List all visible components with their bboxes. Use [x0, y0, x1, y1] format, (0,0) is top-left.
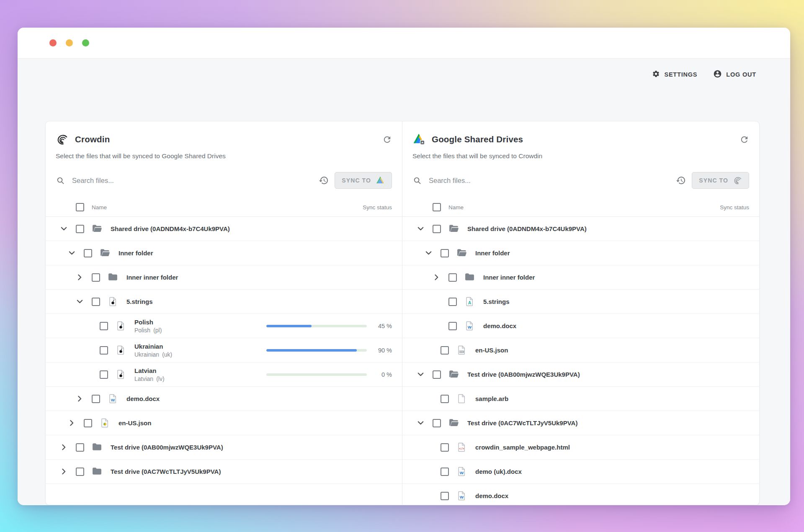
tree-row: Test drive (0AB00mjwzWQE3Uk9PVA): [402, 362, 759, 387]
search-icon: [56, 176, 65, 185]
row-name: Test drive (0AB00mjwzWQE3Uk9PVA): [467, 371, 580, 378]
collapse-toggle[interactable]: [424, 249, 433, 257]
expand-toggle[interactable]: [75, 273, 84, 282]
row-checkbox[interactable]: [92, 395, 100, 403]
sync-to-button[interactable]: SYNC TO: [335, 172, 392, 189]
collapse-toggle[interactable]: [59, 224, 68, 233]
chevron-down-icon: [416, 419, 425, 427]
row-checkbox[interactable]: [76, 443, 84, 452]
expand-toggle[interactable]: [67, 419, 76, 427]
sync-status-cell: 0 %: [266, 371, 392, 378]
collapse-toggle[interactable]: [416, 370, 425, 379]
table-header: Name Sync status: [402, 198, 759, 217]
file-tree: Shared drive (0ADNDM4x-b7C4Uk9PVA) Inner…: [46, 217, 402, 484]
zoom-window-button[interactable]: [82, 39, 89, 46]
column-header-name: Name: [448, 204, 464, 211]
row-checkbox[interactable]: [441, 468, 449, 476]
sync-history-button[interactable]: [676, 175, 686, 185]
search-input[interactable]: [428, 176, 676, 185]
sync-progress-value: 0 %: [373, 371, 392, 378]
tree-row: PolishPolish(pl) 45 %: [46, 314, 402, 338]
panel-subtitle: Select the files that will be synced to …: [402, 152, 759, 161]
row-checkbox[interactable]: [441, 395, 449, 403]
expand-toggle[interactable]: [59, 467, 68, 476]
row-checkbox[interactable]: [448, 322, 457, 330]
folder-open-icon: [92, 224, 102, 234]
row-checkbox[interactable]: [100, 370, 108, 379]
sync-progress-value: 90 %: [373, 347, 392, 354]
row-checkbox[interactable]: [448, 273, 457, 282]
chevron-down-icon: [416, 370, 425, 379]
settings-button[interactable]: SETTINGS: [652, 70, 697, 79]
row-checkbox[interactable]: [76, 468, 84, 476]
strings-file-icon: [108, 296, 118, 307]
row-checkbox[interactable]: [441, 492, 449, 500]
settings-label: SETTINGS: [664, 71, 697, 78]
close-window-button[interactable]: [49, 39, 57, 46]
tree-row: sample.arb: [402, 387, 759, 411]
select-all-checkbox[interactable]: [433, 203, 441, 211]
folder-open-icon: [456, 248, 467, 258]
row-name: demo.docx: [126, 395, 160, 402]
row-name: demo.docx: [483, 322, 516, 329]
row-checkbox[interactable]: [433, 225, 441, 233]
history-icon: [676, 175, 686, 185]
row-name: Test drive (0AC7WcTLTJyV5Uk9PVA): [467, 419, 577, 427]
row-checkbox[interactable]: [433, 419, 441, 427]
crowdin-logo: [56, 133, 68, 146]
search-input[interactable]: [71, 176, 319, 185]
row-checkbox[interactable]: [84, 419, 92, 427]
collapse-toggle[interactable]: [416, 224, 425, 233]
refresh-button[interactable]: [740, 135, 749, 144]
svg-text:W: W: [111, 398, 115, 402]
refresh-icon: [382, 135, 392, 144]
refresh-icon: [740, 135, 749, 144]
tree-row: UkrainianUkrainian(uk) 90 %: [46, 338, 402, 362]
chevron-right-icon: [59, 467, 68, 476]
row-checkbox[interactable]: [441, 443, 449, 452]
row-checkbox[interactable]: [92, 273, 100, 282]
expand-toggle[interactable]: [432, 273, 441, 282]
strings-file-icon: [116, 345, 126, 355]
svg-text:JSON: JSON: [460, 351, 464, 353]
row-name: crowdin_sample_webpage.html: [475, 444, 570, 451]
sync-history-button[interactable]: [319, 175, 329, 185]
crowdin-logo: [733, 176, 742, 185]
app-window: SETTINGS LOG OUT Crowdin Select the file…: [18, 28, 790, 505]
tree-row: JSON en-US.json: [402, 338, 759, 362]
row-checkbox[interactable]: [448, 298, 457, 306]
folder-open-icon: [448, 369, 459, 380]
panel-header: Google Shared Drives: [402, 121, 759, 146]
folder-open-icon: [100, 248, 110, 258]
folder-closed-icon: [464, 272, 475, 283]
row-checkbox[interactable]: [441, 249, 449, 257]
collapse-toggle[interactable]: [75, 297, 84, 306]
minimize-window-button[interactable]: [66, 39, 73, 46]
refresh-button[interactable]: [382, 135, 392, 144]
google-shared-drives-panel: Google Shared Drives Select the files th…: [402, 121, 759, 505]
chevron-down-icon: [424, 249, 433, 257]
column-header-sync-status: Sync status: [720, 204, 749, 211]
row-checkbox[interactable]: [441, 346, 449, 355]
collapse-toggle[interactable]: [416, 419, 425, 427]
sync-progress-bar: [266, 373, 367, 376]
json-file-icon: JSON: [456, 345, 467, 355]
row-name: en-US.json: [475, 347, 508, 354]
expand-toggle[interactable]: [59, 443, 68, 452]
panel-title: Google Shared Drives: [432, 134, 523, 144]
select-all-checkbox[interactable]: [76, 203, 84, 211]
tree-row: Test drive (0AB00mjwzWQE3Uk9PVA): [46, 435, 402, 460]
row-checkbox[interactable]: [100, 346, 108, 355]
row-checkbox[interactable]: [84, 249, 92, 257]
svg-text:</>: </>: [459, 447, 464, 450]
sync-to-button[interactable]: SYNC TO: [692, 172, 749, 189]
collapse-toggle[interactable]: [67, 249, 76, 257]
row-checkbox[interactable]: [76, 225, 84, 233]
row-name: Inner folder: [475, 249, 510, 257]
row-checkbox[interactable]: [433, 370, 441, 379]
expand-toggle[interactable]: [75, 394, 84, 403]
logout-button[interactable]: LOG OUT: [713, 69, 756, 80]
tree-row: W demo.docx: [402, 484, 759, 505]
row-checkbox[interactable]: [100, 322, 108, 330]
row-checkbox[interactable]: [92, 298, 100, 306]
